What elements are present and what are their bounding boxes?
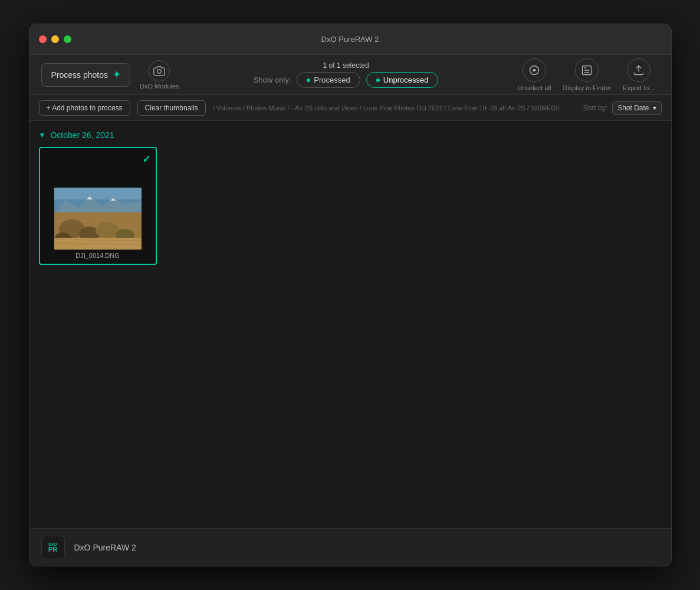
export-to-label: Export to... bbox=[623, 84, 654, 91]
selection-info: 1 of 1 selected bbox=[323, 61, 369, 70]
camera-icon bbox=[149, 60, 170, 81]
dxo-logo-inner: DxO PR bbox=[48, 542, 57, 553]
filter-processed-label: Processed bbox=[314, 76, 350, 84]
photo-item[interactable]: ✓ bbox=[39, 147, 157, 265]
date-group: ▼ October 26, 2021 ✓ bbox=[39, 130, 662, 265]
show-only-label: Show only: bbox=[254, 76, 291, 84]
svg-point-0 bbox=[157, 69, 162, 73]
title-bar: DxO PureRAW 2 bbox=[29, 24, 671, 55]
date-group-header[interactable]: ▼ October 26, 2021 bbox=[39, 130, 662, 140]
main-window: DxO PureRAW 2 Process photos ✦ DxO Modul… bbox=[29, 24, 672, 566]
photo-thumbnail bbox=[54, 188, 142, 250]
minimize-button[interactable] bbox=[51, 35, 59, 43]
export-icon bbox=[627, 58, 650, 82]
collapse-chevron-icon: ▼ bbox=[39, 131, 46, 139]
dxo-logo: DxO PR bbox=[41, 536, 65, 559]
process-photos-label: Process photos bbox=[51, 70, 109, 80]
dxo-modules-label: DxO Modules bbox=[140, 83, 179, 90]
plus-icon: ✦ bbox=[113, 69, 120, 80]
bottom-bar: DxO PR DxO PureRAW 2 bbox=[29, 528, 671, 566]
add-photos-label: + Add photos to process bbox=[47, 104, 123, 112]
date-group-label: October 26, 2021 bbox=[50, 130, 114, 140]
toolbar-center: 1 of 1 selected Show only: Processed Unp… bbox=[189, 61, 504, 88]
sort-select[interactable]: Shot Date ▾ bbox=[612, 101, 661, 115]
main-toolbar: Process photos ✦ DxO Modules 1 of 1 sele… bbox=[29, 55, 671, 95]
clear-thumbnails-label: Clear thumbnails bbox=[145, 104, 198, 112]
maximize-button[interactable] bbox=[64, 35, 71, 43]
svg-point-2 bbox=[533, 69, 535, 71]
unselect-all-icon bbox=[522, 58, 546, 82]
display-in-finder-label: Display in Finder bbox=[563, 84, 611, 91]
unselect-all-label: Unselect all bbox=[518, 84, 551, 91]
sort-option-label: Shot Date bbox=[617, 104, 649, 112]
content-area: ▼ October 26, 2021 ✓ bbox=[29, 121, 671, 528]
window-title: DxO PureRAW 2 bbox=[321, 35, 379, 44]
display-in-finder-button[interactable]: Display in Finder bbox=[558, 56, 616, 94]
toolbar-right: Unselect all Display in Finder bbox=[513, 56, 659, 94]
processed-dot bbox=[307, 78, 310, 82]
process-photos-button[interactable]: Process photos ✦ bbox=[41, 63, 131, 87]
unprocessed-dot bbox=[376, 78, 380, 82]
clear-thumbnails-button[interactable]: Clear thumbnails bbox=[137, 100, 206, 116]
file-toolbar: + Add photos to process Clear thumbnails… bbox=[29, 95, 671, 121]
photo-filename: DJI_0014.DNG bbox=[75, 252, 120, 259]
selection-check-icon: ✓ bbox=[142, 153, 151, 166]
finder-icon bbox=[575, 58, 599, 82]
sort-by-label: Sort by: bbox=[583, 104, 607, 112]
close-button[interactable] bbox=[39, 35, 47, 43]
pr-text: PR bbox=[48, 546, 57, 553]
sort-by-section: Sort by: Shot Date ▾ bbox=[583, 101, 662, 115]
chevron-down-icon: ▾ bbox=[653, 104, 656, 112]
bottom-app-name: DxO PureRAW 2 bbox=[74, 543, 136, 552]
add-photos-button[interactable]: + Add photos to process bbox=[39, 100, 130, 116]
filter-unprocessed-button[interactable]: Unprocessed bbox=[366, 72, 439, 88]
breadcrumb: / Volumes / Photos-Music / –Air 2S still… bbox=[213, 104, 576, 112]
export-to-button[interactable]: Export to... bbox=[618, 56, 659, 94]
filter-unprocessed-label: Unprocessed bbox=[383, 76, 429, 84]
show-only-row: Show only: Processed Unprocessed bbox=[254, 72, 439, 88]
svg-point-12 bbox=[96, 222, 119, 238]
photo-grid: ✓ bbox=[39, 147, 662, 265]
traffic-lights bbox=[39, 35, 71, 43]
unselect-all-button[interactable]: Unselect all bbox=[513, 56, 556, 94]
filter-processed-button[interactable]: Processed bbox=[297, 72, 360, 88]
dxo-modules-button[interactable]: DxO Modules bbox=[140, 60, 179, 90]
